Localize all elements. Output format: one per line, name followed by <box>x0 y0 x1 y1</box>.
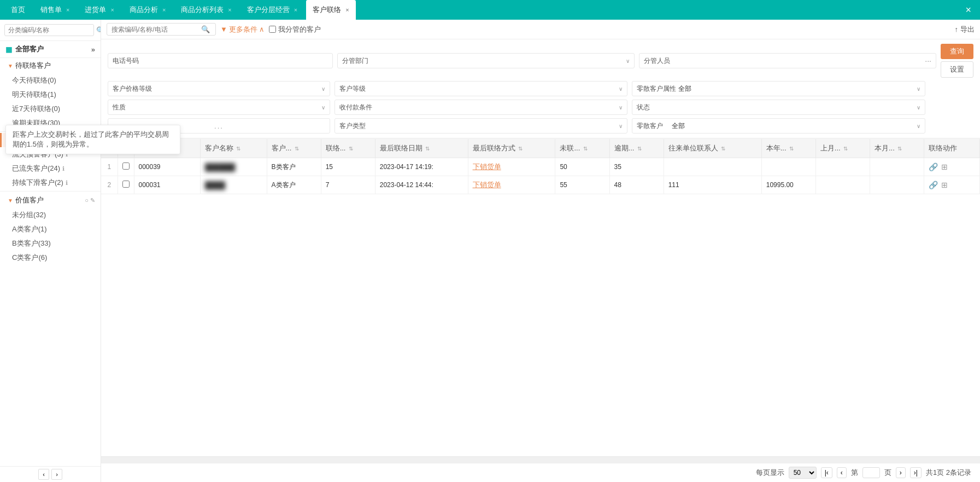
th-last-contact-date[interactable]: 最后联络日期 ⇅ <box>375 139 468 158</box>
nav-close-analysis[interactable]: × <box>162 7 166 13</box>
my-customers-checkbox-area[interactable]: 我分管的客户 <box>269 25 321 34</box>
nav-close-analysis-list[interactable]: × <box>228 7 231 13</box>
row-checkbox-2[interactable] <box>118 176 134 194</box>
row-1-year-amount <box>761 158 815 176</box>
th-last-month[interactable]: 上月... ⇅ <box>815 139 870 158</box>
nav-close-sales[interactable]: × <box>66 7 69 13</box>
next-page-btn[interactable]: › <box>896 467 906 478</box>
th-year-amount[interactable]: 本年... ⇅ <box>761 139 815 158</box>
sidebar-search-input[interactable] <box>4 24 94 36</box>
sidebar-prev-btn[interactable]: ‹ <box>38 469 49 480</box>
sidebar-search-icon[interactable]: 🔍 <box>96 26 101 34</box>
payment-arrow: ∨ <box>619 104 623 111</box>
nav-item-customer-segment[interactable]: 客户分层经营 × <box>240 0 304 20</box>
nav-close-customer-contact[interactable]: × <box>345 7 349 13</box>
filter-phone[interactable]: 电话号码 <box>108 53 333 68</box>
nav-item-analysis-list[interactable]: 商品分析列表 × <box>174 0 238 20</box>
row-num-1: 1 <box>101 158 118 176</box>
sidebar-item-churned[interactable]: 已流失客户(24) ℹ <box>0 161 101 176</box>
filter-manager[interactable]: 分管人员 ··· <box>639 53 936 68</box>
row-2-last-method[interactable]: 下销货单 <box>468 176 555 194</box>
filter-price-level[interactable]: 客户价格等级 ∨ <box>108 81 330 96</box>
search-input[interactable] <box>112 26 199 33</box>
nav-item-analysis[interactable]: 商品分析 × <box>123 0 172 20</box>
sidebar-item-c-class[interactable]: C类客户(6) <box>0 251 101 265</box>
row-1-grid-icon[interactable]: ⊞ <box>941 162 948 171</box>
sidebar-item-a-class[interactable]: A类客户(1) <box>0 222 101 236</box>
row-checkbox-1[interactable] <box>118 158 134 176</box>
th-this-month[interactable]: 本月... ⇅ <box>870 139 924 158</box>
filter-dept[interactable]: 分管部门 ∨ <box>337 53 635 68</box>
more-conditions-btn[interactable]: ▼ 更多条件 ∧ <box>220 25 265 34</box>
row-1-link-icon[interactable]: 🔗 <box>929 162 938 171</box>
value-group-edit-icon[interactable]: ○ ✎ <box>85 197 95 204</box>
sort-icon-method: ⇅ <box>518 146 523 152</box>
row-1-checkbox[interactable] <box>122 162 130 170</box>
row-2-link-icon[interactable]: 🔗 <box>929 181 938 189</box>
row-1-name[interactable]: ██████ <box>201 158 267 176</box>
row-1-last-method[interactable]: 下销货单 <box>468 158 555 176</box>
th-customer-name[interactable]: 客户名称 ⇅ <box>201 139 267 158</box>
row-2-checkbox[interactable] <box>122 181 130 188</box>
nav-item-purchase[interactable]: 进货单 × <box>78 0 120 20</box>
dept-arrow: ∨ <box>626 58 630 64</box>
nav-close-customer-segment[interactable]: × <box>294 7 297 13</box>
sidebar-item-b-class[interactable]: B类客户(33) <box>0 236 101 251</box>
horizontal-scrollbar[interactable] <box>101 456 980 463</box>
sidebar-next-btn[interactable]: › <box>51 469 62 480</box>
row-1-overdue: 35 <box>609 158 664 176</box>
sort-icon-type: ⇅ <box>295 146 299 152</box>
sidebar-group-value[interactable]: ▼ 价值客户 ○ ✎ <box>0 193 101 208</box>
per-page-select[interactable]: 50 100 200 <box>789 467 817 479</box>
row-2-method-link[interactable]: 下销货单 <box>473 181 501 189</box>
nav-item-home[interactable]: 首页 <box>4 0 32 20</box>
manager-label: 分管人员 <box>644 56 677 66</box>
sidebar-group-pending[interactable]: ▼ 待联络客户 <box>0 58 101 73</box>
page-input[interactable]: 1 <box>862 467 880 478</box>
sidebar-item-ungrouped[interactable]: 未分组(32) <box>0 208 101 222</box>
more-conditions-arrow: ∧ <box>259 25 265 33</box>
7days-pending-label: 近7天待联络(0) <box>12 104 60 113</box>
filter-customer-type[interactable]: 客户类型 ∨ <box>335 118 628 133</box>
sidebar-item-today[interactable]: 今天待联络(0) <box>0 73 101 88</box>
row-1-contact-count: 15 <box>321 158 375 176</box>
th-unit-contact[interactable]: 往来单位联系人 ⇅ <box>664 139 761 158</box>
sidebar-item-7days[interactable]: 近7天待联络(0) <box>0 102 101 116</box>
last-page-btn[interactable]: ›| <box>910 467 922 478</box>
window-close-button[interactable]: × <box>961 4 976 16</box>
my-customers-checkbox[interactable] <box>269 26 276 33</box>
filter-status[interactable]: 状态 ∨ <box>632 100 925 115</box>
row-1-code: 000039 <box>134 158 201 176</box>
sidebar-collapse-btn[interactable]: » <box>91 45 95 54</box>
manager-dots[interactable]: ··· <box>925 56 931 65</box>
row-2-name[interactable]: ████ <box>201 176 267 194</box>
th-customer-type[interactable]: 客户... ⇅ <box>267 139 321 158</box>
filter-retail-attr[interactable]: 零散客户属性 全部 ∨ <box>632 81 925 96</box>
first-page-btn[interactable]: |‹ <box>821 467 832 478</box>
tomorrow-pending-label: 明天待联络(1) <box>12 90 56 98</box>
th-action: 联络动作 <box>924 139 980 158</box>
th-contact-count[interactable]: 联络... ⇅ <box>321 139 375 158</box>
filter-retail-customer[interactable]: 零散客户 全部 ∨ <box>632 118 925 133</box>
export-button[interactable]: ↑ 导出 <box>955 25 975 34</box>
nav-close-purchase[interactable]: × <box>110 7 114 13</box>
row-2-overdue: 48 <box>609 176 664 194</box>
nav-item-sales[interactable]: 销售单 × <box>34 0 76 20</box>
query-button[interactable]: 查询 <box>941 44 973 59</box>
row-2-year-amount: 10995.00 <box>761 176 815 194</box>
th-overdue[interactable]: 逾期... ⇅ <box>609 139 664 158</box>
sidebar-item-declining[interactable]: 持续下滑客户(2) ℹ <box>0 176 101 190</box>
row-1-method-link[interactable]: 下销货单 <box>473 162 501 171</box>
nav-item-customer-contact[interactable]: 客户联络 × <box>306 0 355 20</box>
sidebar-item-tomorrow[interactable]: 明天待联络(1) <box>0 88 101 102</box>
row-2-grid-icon[interactable]: ⊞ <box>941 181 948 189</box>
settings-button[interactable]: 设置 <box>941 61 973 78</box>
filter-customer-level[interactable]: 客户等级 ∨ <box>335 81 628 96</box>
prev-page-btn[interactable]: ‹ <box>837 467 847 478</box>
content-area: 🔍 ▼ 更多条件 ∧ 我分管的客户 ↑ 导出 电话号码 <box>101 20 980 482</box>
th-last-contact-method[interactable]: 最后联络方式 ⇅ <box>468 139 555 158</box>
filter-gender[interactable]: 性质 ∨ <box>108 100 330 115</box>
th-uncontacted[interactable]: 未联... ⇅ <box>555 139 609 158</box>
filter-payment[interactable]: 收付款条件 ∨ <box>335 100 628 115</box>
search-icon[interactable]: 🔍 <box>201 25 210 33</box>
